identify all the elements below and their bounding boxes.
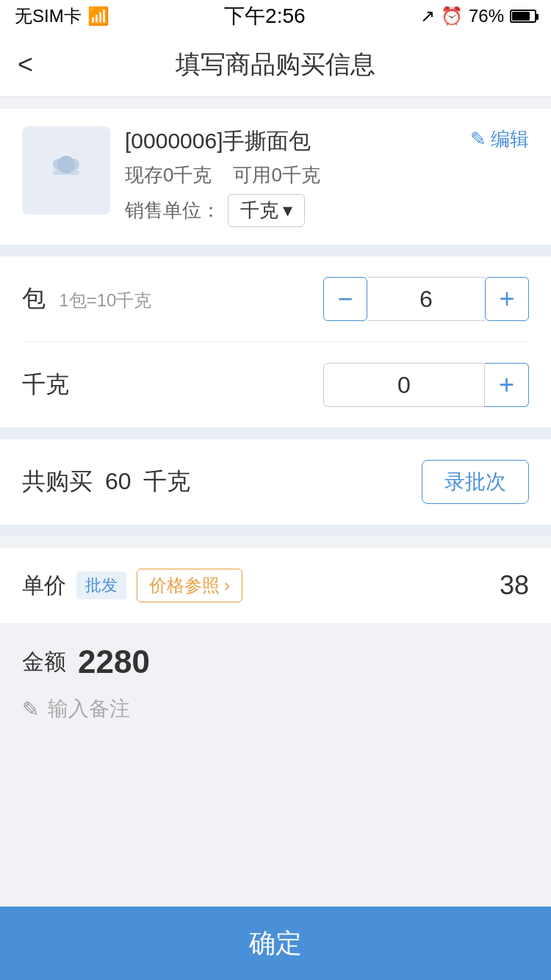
bag-input-row: 包 1包=10千克 − + bbox=[22, 256, 529, 342]
amount-section: 金额 2280 ✎ 输入备注 bbox=[0, 623, 551, 738]
alarm-icon: ⏰ bbox=[441, 6, 463, 26]
product-thumbnail bbox=[22, 126, 110, 215]
kg-input-row: 千克 + bbox=[22, 342, 529, 428]
kg-label: 千克 bbox=[22, 369, 69, 401]
nav-bar: < 填写商品购买信息 bbox=[0, 32, 551, 97]
product-logo-icon bbox=[44, 148, 88, 192]
bag-label-group: 包 1包=10千克 bbox=[22, 283, 151, 315]
bag-increment-button[interactable]: + bbox=[485, 277, 529, 321]
batch-tag: 批发 bbox=[76, 572, 126, 599]
chevron-down-icon: ▾ bbox=[283, 199, 292, 222]
total-section: 共购买 60 千克 录批次 bbox=[0, 439, 551, 525]
price-value: 38 bbox=[500, 570, 529, 601]
carrier-label: 无SIM卡 bbox=[15, 4, 82, 28]
location-icon: ↗ bbox=[420, 6, 435, 26]
svg-point-1 bbox=[53, 159, 65, 170]
back-button[interactable]: < bbox=[18, 49, 33, 80]
status-bar: 无SIM卡 📶 下午2:56 ↗ ⏰ 76% bbox=[0, 0, 551, 32]
price-label: 单价 bbox=[22, 571, 66, 601]
divider-1 bbox=[0, 245, 551, 256]
kg-stepper: + bbox=[323, 363, 529, 407]
price-section: 单价 批发 价格参照 › 38 bbox=[0, 548, 551, 623]
price-left: 单价 批发 价格参照 › bbox=[22, 569, 242, 602]
amount-label: 金额 bbox=[22, 647, 66, 677]
note-row[interactable]: ✎ 输入备注 bbox=[22, 695, 529, 738]
amount-row: 金额 2280 bbox=[22, 644, 529, 680]
page-title: 填写商品购买信息 bbox=[176, 48, 375, 82]
note-placeholder: 输入备注 bbox=[48, 695, 130, 723]
wifi-icon: 📶 bbox=[87, 6, 109, 26]
amount-value: 2280 bbox=[78, 644, 150, 680]
batch-button[interactable]: 录批次 bbox=[422, 460, 529, 504]
total-text: 共购买 60 千克 bbox=[22, 466, 190, 498]
price-ref-button[interactable]: 价格参照 › bbox=[137, 569, 242, 602]
edit-icon: ✎ bbox=[470, 128, 486, 151]
bag-stepper: − + bbox=[323, 277, 529, 321]
kg-increment-button[interactable]: + bbox=[485, 363, 529, 407]
divider-2 bbox=[0, 428, 551, 439]
confirm-button[interactable]: 确定 bbox=[0, 907, 551, 980]
bag-hint: 1包=10千克 bbox=[59, 290, 151, 310]
edit-button[interactable]: ✎ 编辑 bbox=[470, 126, 529, 152]
product-info: [0000006]手撕面包 ✎ 编辑 现存0千克 可用0千克 销售单位： 千克 … bbox=[125, 126, 529, 227]
pencil-icon: ✎ bbox=[22, 697, 39, 721]
kg-input[interactable] bbox=[323, 363, 485, 407]
svg-rect-3 bbox=[53, 170, 79, 175]
bag-label: 包 bbox=[22, 285, 46, 311]
status-left: 无SIM卡 📶 bbox=[15, 4, 109, 28]
product-stock: 现存0千克 可用0千克 bbox=[125, 162, 529, 188]
bag-input[interactable] bbox=[367, 277, 485, 321]
product-name: [0000006]手撕面包 bbox=[125, 126, 311, 156]
status-time: 下午2:56 bbox=[224, 2, 306, 30]
divider-3 bbox=[0, 525, 551, 536]
status-right: ↗ ⏰ 76% bbox=[420, 6, 536, 26]
product-card: [0000006]手撕面包 ✎ 编辑 现存0千克 可用0千克 销售单位： 千克 … bbox=[0, 109, 551, 245]
unit-select[interactable]: 千克 ▾ bbox=[228, 194, 305, 227]
input-section: 包 1包=10千克 − + 千克 + bbox=[0, 256, 551, 428]
bag-decrement-button[interactable]: − bbox=[323, 277, 367, 321]
product-unit-row: 销售单位： 千克 ▾ bbox=[125, 194, 529, 227]
battery-icon bbox=[510, 10, 536, 23]
battery-percent: 76% bbox=[469, 6, 504, 26]
svg-point-2 bbox=[68, 159, 79, 170]
chevron-right-icon: › bbox=[224, 575, 230, 596]
